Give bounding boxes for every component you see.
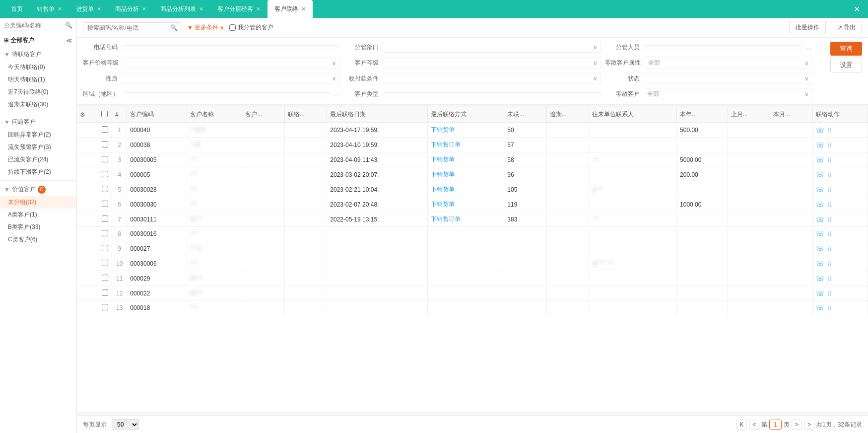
tab-product-analysis[interactable]: 商品分析 ✕	[108, 0, 153, 18]
row-checkbox[interactable]	[102, 141, 108, 147]
tab-customer-segment[interactable]: 客户分层经客 ✕	[210, 0, 267, 18]
more-conditions-btn[interactable]: ▼ 更多条件 ∧	[187, 23, 224, 32]
reset-button[interactable]: 设置	[830, 58, 862, 72]
call-icon[interactable]: ☏	[816, 230, 825, 238]
first-page-btn[interactable]: K	[736, 420, 747, 430]
batch-ops-button[interactable]: 批量操作	[789, 21, 826, 34]
last-page-btn[interactable]: >	[804, 420, 814, 430]
method-link[interactable]: 下销货单	[431, 156, 455, 163]
export-button[interactable]: ↗ 导出	[831, 21, 862, 34]
main-close-button[interactable]: ✕	[850, 4, 864, 14]
filter-search-input[interactable]	[87, 24, 170, 31]
tab-customer-segment-close[interactable]: ✕	[256, 6, 261, 12]
customer-level-select[interactable]: ∨	[383, 58, 601, 69]
sidebar-item-churn-warning[interactable]: 流失预警客户(3)	[0, 141, 76, 153]
current-page[interactable]: 1	[769, 420, 782, 430]
tab-customer-contact[interactable]: 客户联络 ✕	[267, 0, 313, 18]
retail-attr-select[interactable]: 全部 ∨	[645, 57, 812, 69]
tab-purchase-close[interactable]: ✕	[97, 6, 101, 12]
sidebar-item-abnormal[interactable]: 回购异常客户(2)	[0, 129, 76, 141]
collapse-icon[interactable]: ≪	[66, 37, 72, 44]
more-action-icon[interactable]: ⁞⁞	[828, 260, 832, 268]
call-icon[interactable]: ☏	[816, 275, 825, 283]
method-link[interactable]: 下销货单	[431, 126, 455, 133]
sidebar-item-today[interactable]: 今天待联络(0)	[0, 61, 76, 73]
dept-select[interactable]: ∨	[383, 42, 601, 53]
row-checkbox[interactable]	[102, 304, 108, 310]
select-all-checkbox[interactable]	[101, 111, 108, 117]
sidebar-item-7days[interactable]: 近7天待联络(0)	[0, 86, 76, 98]
method-link[interactable]: 下销货单	[431, 186, 455, 193]
call-icon[interactable]: ☏	[816, 186, 825, 194]
row-checkbox[interactable]	[102, 275, 108, 281]
row-checkbox[interactable]	[102, 156, 108, 162]
manager-input[interactable]	[644, 45, 802, 49]
more-action-icon[interactable]: ⁞⁞	[828, 275, 832, 283]
sidebar-search-icon[interactable]: 🔍	[65, 22, 72, 29]
my-customers-checkbox[interactable]	[229, 24, 236, 31]
tab-purchase[interactable]: 进货单 ✕	[69, 0, 108, 18]
manager-more[interactable]: …	[806, 44, 812, 51]
query-button[interactable]: 查询	[830, 42, 862, 56]
more-action-icon[interactable]: ⁞⁞	[828, 245, 832, 253]
more-action-icon[interactable]: ⁞⁞	[828, 289, 832, 297]
row-checkbox[interactable]	[102, 230, 108, 236]
sidebar-item-overdue[interactable]: 逾期未联络(30)	[0, 98, 76, 111]
tab-product-analysis-close[interactable]: ✕	[142, 6, 146, 12]
call-icon[interactable]: ☏	[816, 245, 825, 253]
prev-page-btn[interactable]: <	[749, 420, 759, 430]
sidebar-item-c-class[interactable]: C类客户(6)	[0, 233, 76, 246]
call-icon[interactable]: ☏	[816, 126, 825, 134]
tab-product-analysis-list[interactable]: 商品分析列表 ✕	[153, 0, 210, 18]
more-action-icon[interactable]: ⁞⁞	[828, 126, 832, 134]
sidebar-item-b-class[interactable]: B类客户(33)	[0, 221, 76, 233]
call-icon[interactable]: ☏	[816, 304, 825, 312]
tab-home[interactable]: 首页	[4, 0, 30, 18]
row-checkbox[interactable]	[102, 289, 108, 296]
row-checkbox[interactable]	[102, 260, 108, 266]
page-size-select[interactable]: 50 100 200	[112, 419, 139, 430]
row-checkbox[interactable]	[102, 245, 108, 251]
sidebar-item-churned[interactable]: 已流失客户(24)	[0, 153, 76, 166]
method-link[interactable]: 下销货单	[431, 171, 455, 178]
method-link[interactable]: 下销货单	[431, 201, 455, 208]
row-checkbox[interactable]	[102, 186, 108, 192]
region-input[interactable]	[123, 92, 330, 96]
retail-customer-select[interactable]: 全部 ∨	[644, 88, 812, 100]
row-checkbox[interactable]	[102, 216, 108, 222]
more-action-icon[interactable]: ⁞⁞	[828, 171, 832, 179]
region-more[interactable]: …	[334, 91, 340, 98]
price-level-select[interactable]: ∨	[123, 58, 340, 69]
tab-product-analysis-list-close[interactable]: ✕	[199, 6, 203, 12]
method-link[interactable]: 下销售订单	[431, 141, 461, 148]
more-action-icon[interactable]: ⁞⁞	[828, 304, 832, 312]
call-icon[interactable]: ☏	[816, 171, 825, 179]
sidebar-item-a-class[interactable]: A类客户(1)	[0, 209, 76, 221]
more-action-icon[interactable]: ⁞⁞	[828, 156, 832, 164]
call-icon[interactable]: ☏	[816, 141, 825, 149]
call-icon[interactable]: ☏	[816, 156, 825, 164]
more-action-icon[interactable]: ⁞⁞	[828, 216, 832, 223]
row-checkbox[interactable]	[102, 201, 108, 207]
sidebar-item-tomorrow[interactable]: 明天待联络(1)	[0, 73, 76, 86]
sidebar-item-declining[interactable]: 持续下滑客户(2)	[0, 166, 76, 178]
more-action-icon[interactable]: ⁞⁞	[828, 230, 832, 238]
status-select[interactable]: ∨	[644, 73, 812, 84]
more-action-icon[interactable]: ⁞⁞	[828, 201, 832, 209]
row-checkbox[interactable]	[102, 126, 108, 133]
method-link[interactable]: 下销售订单	[431, 216, 461, 222]
row-checkbox[interactable]	[102, 171, 108, 177]
filter-search-icon[interactable]: 🔍	[170, 24, 178, 31]
settings-col[interactable]: ⚙	[77, 107, 98, 123]
next-page-btn[interactable]: >	[792, 420, 802, 430]
call-icon[interactable]: ☏	[816, 201, 825, 209]
scrollbar-area[interactable]	[77, 412, 868, 416]
tab-sales-close[interactable]: ✕	[58, 6, 62, 12]
call-icon[interactable]: ☏	[816, 289, 825, 297]
gender-select[interactable]: ∨	[122, 73, 340, 84]
tab-sales[interactable]: 销售单 ✕	[30, 0, 69, 18]
call-icon[interactable]: ☏	[816, 260, 825, 268]
sidebar-search-input[interactable]	[4, 22, 63, 29]
call-icon[interactable]: ☏	[816, 216, 825, 223]
sidebar-item-unclassified[interactable]: 未分组(32)	[0, 196, 76, 209]
